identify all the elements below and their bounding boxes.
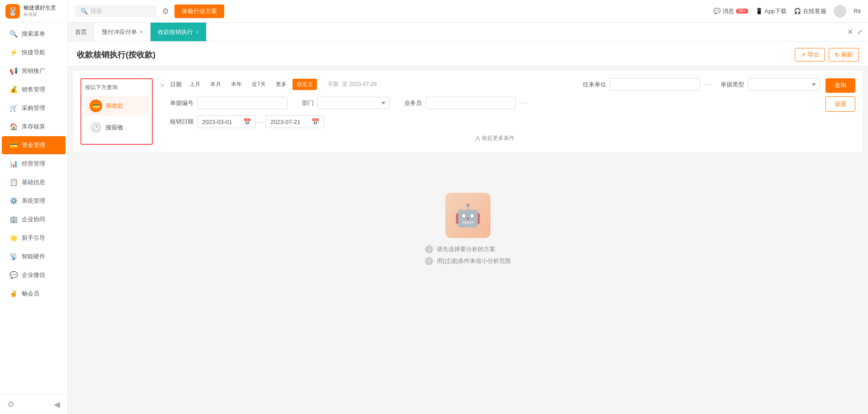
sidebar-item-system[interactable]: ⚙️系统管理 [2, 192, 66, 210]
export-icon: ↗ [801, 52, 806, 58]
dept-select[interactable] [317, 97, 390, 109]
system-label: 系统管理 [22, 197, 45, 205]
topbar-search[interactable]: 🔍 搜索 [75, 5, 156, 17]
member-icon: ✌️ [9, 289, 18, 298]
writeoff-date-end[interactable]: 2023-07-21 📅 [265, 115, 324, 128]
sidebar-item-hardware[interactable]: 📡智能硬件 [2, 247, 66, 266]
capital-icon: 💳 [9, 141, 18, 150]
filter-row-2: 单据编号 部门 业务员 [170, 97, 820, 109]
user-avatar[interactable] [834, 5, 846, 18]
collapse-more[interactable]: ⋀ 收起更多条件 [170, 134, 820, 142]
quick-nav-label: 快捷导航 [22, 48, 45, 57]
counterpart-input[interactable] [610, 78, 700, 90]
sidebar-item-inventory[interactable]: 🏠库存核算 [2, 118, 66, 136]
collapse-icon[interactable]: ◀ [54, 400, 60, 409]
tip1-text: 请先选择要分析的方案 [437, 245, 495, 253]
quick-nav-icon: ⚡ [9, 48, 18, 57]
date-this-month[interactable]: 本月 [206, 79, 225, 90]
app-icon: 📱 [755, 8, 763, 14]
by-receipt-icon: 💳 [90, 100, 102, 112]
date-this-year[interactable]: 本年 [227, 79, 246, 90]
message-badge: 99+ [736, 9, 748, 14]
date-custom[interactable]: 自定义 [292, 79, 317, 90]
writeoff-end-value: 2023-07-21 [270, 119, 301, 125]
export-btn[interactable]: ↗ 导出 [795, 48, 825, 62]
user-name: Rit [854, 8, 861, 14]
by-receivable-label: 按应收 [106, 124, 123, 132]
tab-close-all-icon[interactable]: ✕ [847, 28, 853, 36]
topbar-right: 💬 消息 99+ 📱 App下载 🎧 在线客服 Rit [713, 5, 861, 18]
salesperson-input[interactable] [425, 97, 516, 109]
sidebar-item-quick-nav[interactable]: ⚡快捷导航 [2, 43, 66, 62]
basic-info-label: 基础信息 [22, 178, 45, 186]
sidebar-item-enterprise[interactable]: 🏢企业协同 [2, 210, 66, 228]
sidebar-item-operation[interactable]: 📊经营管理 [2, 155, 66, 173]
sidebar-item-sales[interactable]: 💰销售管理 [2, 81, 66, 99]
date-7days[interactable]: 近7天 [248, 79, 270, 90]
empty-state: 🤖 1 请先选择要分析的方案 2 用[过滤]条件来缩小分析范围 [68, 157, 868, 301]
cal-end-icon: 📅 [311, 118, 319, 125]
sidebar-item-search-menu[interactable]: 🔍搜索菜单 [2, 25, 66, 43]
purchase-label: 采购管理 [22, 104, 45, 112]
sidebar-item-wechat[interactable]: 💬企业微信 [2, 266, 66, 284]
sales-icon: 💰 [9, 85, 18, 94]
filter-collapse-btn[interactable]: » [160, 78, 165, 90]
service-item[interactable]: 🎧 在线客服 [794, 7, 826, 15]
tab-home[interactable]: 首页 [68, 23, 94, 41]
voucher-type-select[interactable] [748, 78, 820, 90]
date-options: 上月 本月 本年 近7天 更多 自定义 [185, 79, 317, 90]
sidebar-item-member[interactable]: ✌️畅会员 [2, 285, 66, 303]
date-more[interactable]: 更多 [272, 79, 291, 90]
counterpart-dots[interactable]: ··· [704, 80, 713, 89]
topbar-left: 🔍 搜索 ⚙ 体验行业方案 [75, 5, 224, 18]
sales-label: 销售管理 [22, 86, 45, 94]
sidebar-item-capital[interactable]: 💳资金管理 [2, 136, 66, 154]
sidebar-item-guide[interactable]: 🌟新手引导 [2, 229, 66, 247]
filter-by-receivable[interactable]: 🕐 按应收 [85, 118, 148, 138]
tab-receipts-close[interactable]: × [196, 29, 199, 35]
sidebar-item-marketing[interactable]: 📢营销推广 [2, 62, 66, 80]
setting-btn[interactable]: 设置 [826, 96, 855, 112]
no-limit-label: 不限 [328, 81, 339, 88]
tab-prepay-close[interactable]: × [140, 29, 143, 35]
date-last-month[interactable]: 上月 [185, 79, 204, 90]
tab-prepay[interactable]: 预付冲应付单 × [94, 23, 151, 41]
voucher-no-input[interactable] [197, 97, 288, 109]
writeoff-date-range: 2023-03-01 📅 — 2023-07-21 📅 [197, 115, 324, 128]
service-icon: 🎧 [794, 8, 801, 14]
tab-prepay-label: 预付冲应付单 [102, 28, 137, 36]
inventory-label: 库存核算 [22, 123, 45, 131]
sidebar-item-basic-info[interactable]: 📋基础信息 [2, 173, 66, 191]
tab-home-label: 首页 [75, 28, 87, 36]
page-area: 收款核销执行(按收款) ↗ 导出 ↻ 刷新 按以下方查询 💳 按收款 [68, 42, 868, 414]
refresh-btn[interactable]: ↻ 刷新 [829, 48, 859, 62]
tab-receipts[interactable]: 收款核销执行 × [151, 23, 207, 41]
sidebar-item-purchase[interactable]: 🛒采购管理 [2, 99, 66, 117]
sidebar: 🐰 畅捷通好生意 标准版 🔍搜索菜单⚡快捷导航📢营销推广💰销售管理🛒采购管理🏠库… [0, 0, 68, 414]
guide-label: 新手引导 [22, 234, 45, 242]
counterpart-label: 往来单位 [583, 81, 606, 89]
query-btn[interactable]: 查询 [826, 78, 855, 93]
purchase-icon: 🛒 [9, 104, 18, 113]
by-receipt-label: 按收款 [106, 102, 123, 110]
salesperson-dots[interactable]: ··· [519, 98, 529, 108]
sidebar-logo: 🐰 畅捷通好生意 标准版 [0, 0, 67, 23]
enterprise-icon: 🏢 [9, 215, 18, 224]
message-item[interactable]: 💬 消息 99+ [713, 7, 748, 15]
settings-icon[interactable]: ⚙ [7, 400, 14, 409]
industry-btn[interactable]: 体验行业方案 [175, 5, 224, 18]
topbar-gear-icon[interactable]: ⚙ [162, 6, 169, 16]
writeoff-date-start[interactable]: 2023-03-01 📅 [197, 115, 256, 128]
marketing-label: 营销推广 [22, 67, 45, 75]
app-item[interactable]: 📱 App下载 [755, 7, 787, 15]
sidebar-nav: 🔍搜索菜单⚡快捷导航📢营销推广💰销售管理🛒采购管理🏠库存核算💳资金管理📊经营管理… [0, 23, 67, 395]
tip2-num: 2 [425, 257, 433, 265]
app-label: App下载 [764, 7, 787, 15]
voucher-type-field: 单据类型 [721, 78, 820, 90]
page-actions: ↗ 导出 ↻ 刷新 [795, 48, 859, 62]
tab-expand-icon[interactable]: ⤢ [857, 28, 863, 36]
message-label: 消息 [722, 7, 734, 15]
empty-robot-icon: 🤖 [445, 193, 491, 238]
filter-by-receipt[interactable]: 💳 按收款 [85, 96, 148, 116]
dept-label: 部门 [302, 99, 314, 107]
